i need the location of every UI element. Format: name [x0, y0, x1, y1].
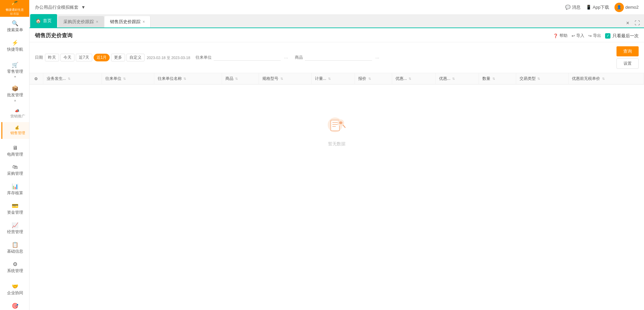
sales-mgmt-icon: 💰 — [15, 125, 19, 130]
sidebar-item-quick-nav[interactable]: ⚡ 快捷导航 — [0, 36, 29, 56]
sort-arrows-spec: ⇅ — [280, 77, 283, 81]
date-btn-custom[interactable]: 自定义 — [126, 54, 145, 61]
tab-close-all-btn[interactable]: × — [625, 19, 631, 28]
quick-nav-icon: ⚡ — [12, 40, 18, 46]
page-header: 销售历史价查询 ❓ 帮助 ↩ 导入 ↪ 导出 ✓ 只看最后一次 — [30, 28, 644, 42]
sidebar-item-sales-mgmt[interactable]: 💰 销售管理 — [1, 122, 29, 139]
from-unit-dots[interactable]: ··· — [284, 55, 288, 60]
message-label: 消息 — [572, 4, 581, 10]
col-pre-discount-price[interactable]: 优惠前无税单价 ⇅ — [569, 73, 644, 85]
sort-arrows-trade-type: ⇅ — [537, 77, 540, 81]
tab-maximize-btn[interactable]: ⛶ — [633, 19, 641, 28]
sidebar-item-marketing[interactable]: 📣 营销推广 — [1, 105, 29, 122]
import-btn[interactable]: ↩ 导入 — [572, 33, 584, 39]
logo-text: 畅捷通好生意 — [6, 8, 24, 12]
tabbar-actions: × ⛶ — [625, 19, 644, 28]
export-icon: ↪ — [588, 34, 592, 38]
sidebar-item-label: 基础信息 — [7, 249, 23, 254]
tab-purchase-history-close[interactable]: × — [96, 19, 98, 24]
col-from-unit-name[interactable]: 往来单位名称 ⇅ — [154, 73, 222, 85]
table-header-row: ⚙ 业务发生... ⇅ 往来单位 ⇅ 往来单位名称 ⇅ — [30, 73, 644, 85]
product-dots[interactable]: ··· — [375, 55, 379, 60]
col-unit[interactable]: 计量... ⇅ — [311, 73, 355, 85]
sidebar: 🍊 畅捷通好生意 标准版 🔍 搜索菜单 ⚡ 快捷导航 🛒 零售管理 ▼ 📦 批发… — [0, 0, 30, 310]
sidebar-item-label: 企业协同 — [7, 290, 23, 296]
retail-mgmt-icon: 🛒 — [12, 62, 18, 68]
col-discount2[interactable]: 优惠... ⇅ — [435, 73, 479, 85]
message-btn[interactable]: 💬 消息 — [565, 4, 581, 10]
col-quote-price[interactable]: 报价 ⇅ — [355, 73, 392, 85]
marketing-icon: 📣 — [15, 109, 19, 113]
sidebar-item-retail-mgmt[interactable]: 🛒 零售管理 ▼ — [0, 58, 29, 82]
sidebar-item-ecommerce-mgmt[interactable]: 🖥 电商管理 — [0, 142, 29, 161]
sidebar-item-label: 电商管理 — [7, 152, 23, 157]
topbar-dropdown-arrow[interactable]: ▼ — [81, 5, 86, 10]
sidebar-item-purchase-mgmt[interactable]: 🛍 采购管理 — [0, 161, 29, 180]
message-icon: 💬 — [565, 5, 571, 10]
settings-btn[interactable]: 设置 — [616, 58, 639, 69]
col-trade-type[interactable]: 交易类型 ⇅ — [516, 73, 569, 85]
date-btn-yesterday[interactable]: 昨天 — [45, 54, 59, 61]
tab-purchase-history[interactable]: 采购历史价跟踪 × — [58, 16, 104, 28]
sidebar-item-inventory[interactable]: 📊 库存核算 — [0, 180, 29, 199]
sidebar-item-system-mgmt[interactable]: ⚙ 系统管理 — [0, 258, 29, 277]
help-btn[interactable]: ❓ 帮助 — [553, 33, 568, 39]
col-discount1[interactable]: 优惠... ⇅ — [392, 73, 436, 85]
logo-icon: 🍊 — [11, 1, 18, 8]
sort-arrows-pre-discount-price: ⇅ — [602, 77, 605, 81]
date-btn-more[interactable]: 更多 — [111, 54, 125, 61]
col-settings[interactable]: ⚙ — [30, 73, 43, 85]
sidebar-item-new-guide[interactable]: 🎯 新手引导 — [0, 299, 29, 310]
date-filter-group: 日期 昨天 今天 近7天 近1月 更多 自定义 2023-02-18 至 202… — [35, 54, 190, 61]
date-btn-1month[interactable]: 近1月 — [94, 54, 110, 61]
from-unit-input[interactable] — [214, 54, 281, 61]
sidebar-item-wholesale-mgmt[interactable]: 📦 批发管理 ▲ — [0, 82, 29, 105]
last-only-toggle[interactable]: ✓ 只看最后一次 — [605, 33, 639, 39]
date-btn-7days[interactable]: 近7天 — [76, 54, 92, 61]
date-filter-label: 日期 — [35, 55, 43, 60]
sort-arrows-discount1: ⇅ — [409, 77, 411, 81]
product-filter-group: 商品 ··· — [295, 54, 389, 61]
col-spec-label: 规格型号 — [262, 76, 278, 81]
col-from-unit[interactable]: 往来单位 ⇅ — [102, 73, 154, 85]
logo-sub: 标准版 — [10, 12, 19, 16]
export-btn[interactable]: ↪ 导出 — [588, 33, 601, 39]
import-icon: ↩ — [572, 34, 575, 38]
col-from-unit-name-label: 往来单位名称 — [158, 76, 182, 81]
empty-illustration — [323, 111, 350, 138]
col-business-date[interactable]: 业务发生... ⇅ — [43, 73, 102, 85]
col-product[interactable]: 商品 ⇅ — [222, 73, 259, 85]
sort-arrows-quote-price: ⇅ — [368, 77, 371, 81]
last-only-checkbox[interactable]: ✓ — [605, 33, 610, 39]
inventory-icon: 📊 — [12, 183, 18, 190]
user-avatar: 👤 — [614, 3, 624, 12]
help-icon: ❓ — [553, 34, 558, 38]
tab-sales-history[interactable]: 销售历史价跟踪 × — [105, 16, 151, 28]
empty-text: 暂无数据 — [328, 141, 345, 147]
tab-sales-history-close[interactable]: × — [143, 19, 145, 24]
sidebar-item-base-info[interactable]: 📋 基础信息 — [0, 238, 29, 258]
app-download-btn[interactable]: 📱 App下载 — [586, 4, 609, 10]
sidebar-item-label: 库存核算 — [7, 190, 23, 196]
app-download-label: App下载 — [593, 4, 609, 10]
new-guide-icon: 🎯 — [12, 303, 18, 309]
col-spec[interactable]: 规格型号 ⇅ — [259, 73, 311, 85]
col-quantity[interactable]: 数量 ⇅ — [479, 73, 516, 85]
col-trade-type-label: 交易类型 — [520, 76, 536, 81]
user-menu[interactable]: 👤 demo2 — [614, 3, 639, 12]
product-input[interactable] — [305, 54, 372, 61]
sidebar-item-search-menu[interactable]: 🔍 搜索菜单 — [0, 17, 29, 36]
settings-icon[interactable]: ⚙ — [34, 76, 38, 81]
from-unit-label: 往来单位 — [196, 55, 212, 60]
sidebar-item-operations-mgmt[interactable]: 📈 经营管理 — [0, 219, 29, 238]
sidebar-item-finance-mgmt[interactable]: 💳 资金管理 — [0, 199, 29, 219]
col-quantity-label: 数量 — [482, 76, 490, 81]
sidebar-item-label: 快捷导航 — [7, 47, 23, 52]
tab-home[interactable]: 🏠 首页 — [30, 14, 57, 28]
base-info-icon: 📋 — [12, 242, 18, 248]
sidebar-item-enterprise-coop[interactable]: 🤝 企业协同 — [0, 280, 29, 299]
date-btn-today[interactable]: 今天 — [60, 54, 74, 61]
tabbar: 🏠 首页 采购历史价跟踪 × 销售历史价跟踪 × × ⛶ — [30, 15, 644, 28]
table-wrap: ⚙ 业务发生... ⇅ 往来单位 ⇅ 往来单位名称 ⇅ — [30, 73, 644, 174]
query-btn[interactable]: 查询 — [616, 46, 639, 56]
